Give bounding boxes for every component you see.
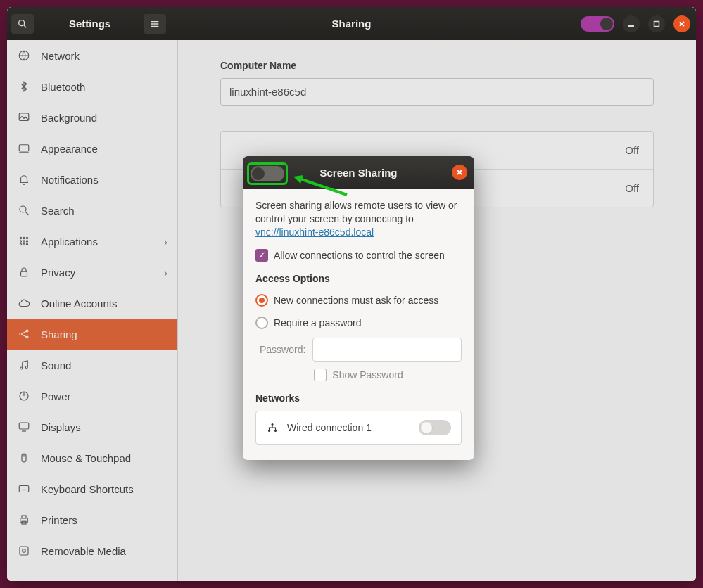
svg-point-31 <box>25 366 27 369</box>
svg-rect-38 <box>19 486 29 492</box>
close-window-button[interactable] <box>673 15 690 32</box>
radio-ask-label: New connections must ask for access <box>274 295 438 306</box>
sidebar-item-label: Background <box>41 112 97 124</box>
svg-point-25 <box>20 333 22 335</box>
search-button[interactable] <box>11 14 34 34</box>
sidebar-item-printers[interactable]: Printers <box>7 504 177 535</box>
svg-point-52 <box>272 423 274 426</box>
chevron-right-icon: › <box>164 267 167 279</box>
svg-rect-34 <box>19 423 29 429</box>
svg-marker-49 <box>293 175 303 184</box>
sidebar-item-label: Sound <box>41 359 71 371</box>
sidebar-item-power[interactable]: Power <box>7 381 177 411</box>
svg-rect-6 <box>654 21 659 26</box>
sidebar-item-label: Mouse & Touchpad <box>41 452 131 464</box>
svg-rect-10 <box>19 113 29 121</box>
checkbox-checked-icon: ✓ <box>255 249 268 262</box>
password-label: Password: <box>260 344 305 355</box>
svg-point-21 <box>20 243 21 245</box>
dialog-close-button[interactable] <box>452 165 467 180</box>
sidebar-item-bluetooth[interactable]: Bluetooth <box>7 71 177 102</box>
menu-button[interactable] <box>144 14 166 34</box>
svg-point-20 <box>26 241 27 242</box>
radio-pw-label: Require a password <box>274 317 362 328</box>
network-name: Wired connection 1 <box>287 422 372 433</box>
network-row: Wired connection 1 <box>255 411 462 445</box>
sidebar-item-mouse-touchpad[interactable]: Mouse & Touchpad <box>7 442 177 473</box>
sidebar-item-label: Search <box>41 205 75 217</box>
svg-point-47 <box>23 549 26 553</box>
disk-icon <box>17 544 31 558</box>
svg-point-53 <box>268 430 270 432</box>
radio-ask-access[interactable]: New connections must ask for access <box>255 294 462 307</box>
svg-rect-44 <box>22 516 26 518</box>
checkbox-empty-icon <box>314 369 327 381</box>
sidebar: Network Bluetooth Background Appearance … <box>7 40 178 581</box>
keyboard-icon <box>17 482 31 496</box>
cloud-icon <box>17 296 31 310</box>
sidebar-item-removable-media[interactable]: Removable Media <box>7 535 177 566</box>
svg-point-18 <box>20 241 21 242</box>
minimize-button[interactable] <box>623 15 640 32</box>
svg-point-30 <box>20 367 23 369</box>
sharing-master-toggle[interactable] <box>581 16 614 32</box>
svg-rect-46 <box>20 547 28 555</box>
sidebar-item-label: Privacy <box>41 267 75 279</box>
chevron-right-icon: › <box>164 236 167 248</box>
computer-name-label: Computer Name <box>220 60 654 71</box>
close-icon <box>678 20 685 27</box>
dialog-body: Screen sharing allows remote users to vi… <box>243 189 474 460</box>
sidebar-item-displays[interactable]: Displays <box>7 411 177 442</box>
svg-line-28 <box>22 331 26 333</box>
show-password-label: Show Password <box>332 369 403 381</box>
allow-control-label: Allow connections to control the screen <box>274 250 445 261</box>
sidebar-item-appearance[interactable]: Appearance <box>7 133 177 164</box>
search-icon <box>17 203 31 217</box>
sidebar-item-search[interactable]: Search <box>7 195 177 226</box>
sidebar-item-label: Removable Media <box>41 545 126 557</box>
password-row: Password: <box>260 338 462 362</box>
vnc-link[interactable]: vnc://linuxhint-e86c5d.local <box>255 226 374 238</box>
sidebar-item-privacy[interactable]: Privacy › <box>7 257 177 288</box>
radio-require-password[interactable]: Require a password <box>255 317 462 329</box>
sidebar-item-sharing[interactable]: Sharing <box>7 319 177 350</box>
share-icon <box>17 327 31 341</box>
maximize-button[interactable] <box>648 15 665 32</box>
screen-sharing-toggle[interactable] <box>251 166 284 181</box>
titlebar: Settings Sharing <box>7 7 696 40</box>
allow-control-checkbox-row[interactable]: ✓ Allow connections to control the scree… <box>255 249 462 262</box>
sidebar-item-label: Online Accounts <box>41 298 117 309</box>
sidebar-item-background[interactable]: Background <box>7 102 177 133</box>
computer-name-input[interactable] <box>220 78 654 106</box>
show-password-row[interactable]: Show Password <box>255 369 462 381</box>
printer-icon <box>17 513 31 527</box>
grid-icon <box>17 234 31 248</box>
svg-rect-24 <box>21 271 27 276</box>
sidebar-item-sound[interactable]: Sound <box>7 350 177 381</box>
sidebar-item-keyboard-shortcuts[interactable]: Keyboard Shortcuts <box>7 473 177 504</box>
networks-heading: Networks <box>255 392 462 404</box>
globe-icon <box>17 49 31 63</box>
sidebar-item-online-accounts[interactable]: Online Accounts <box>7 288 177 319</box>
sidebar-item-network[interactable]: Network <box>7 40 177 71</box>
svg-rect-11 <box>19 145 29 151</box>
network-toggle[interactable] <box>419 420 451 435</box>
panel-title: Sharing <box>332 18 372 30</box>
svg-line-1 <box>24 25 26 27</box>
music-icon <box>17 358 31 372</box>
power-icon <box>17 389 31 403</box>
password-input[interactable] <box>312 338 462 362</box>
ethernet-icon <box>266 421 279 434</box>
settings-window: Settings Sharing Network <box>7 7 696 581</box>
svg-point-26 <box>26 330 28 332</box>
dialog-description: Screen sharing allows remote users to vi… <box>255 199 462 239</box>
svg-point-23 <box>26 243 27 245</box>
background-icon <box>17 110 31 124</box>
desc-text: Screen sharing allows remote users to vi… <box>255 200 457 224</box>
radio-unselected-icon <box>255 317 268 329</box>
sidebar-item-notifications[interactable]: Notifications <box>7 164 177 195</box>
sidebar-item-applications[interactable]: Applications › <box>7 226 177 257</box>
hamburger-icon <box>149 18 160 30</box>
svg-line-14 <box>25 212 29 215</box>
dialog-title: Screen Sharing <box>319 167 397 179</box>
